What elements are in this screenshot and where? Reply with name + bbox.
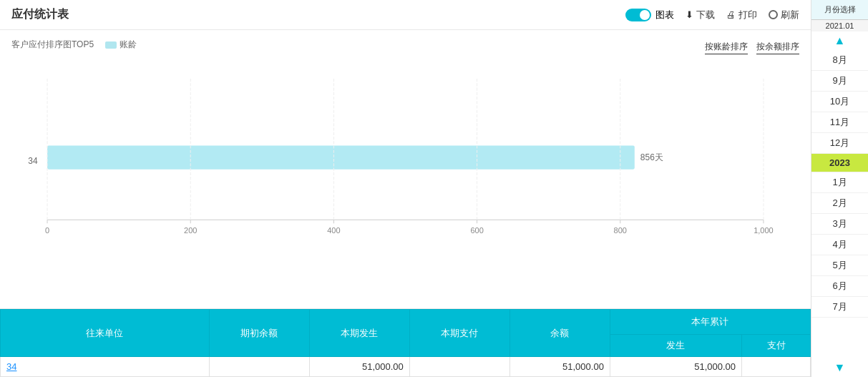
print-icon: 🖨 [726,9,736,20]
sort-by-amount-button[interactable]: 按账龄排序 [705,41,748,54]
sort-by-balance-button[interactable]: 按余额排序 [756,41,799,54]
cell-balance: 51,000.00 [509,357,610,377]
chart-toggle-wrap[interactable]: 图表 [625,9,674,21]
print-button[interactable]: 🖨 打印 [726,9,757,21]
cell-current-occur: 51,000.00 [309,357,409,377]
col-ytd-pay: 支付 [742,335,811,357]
sidebar-month-item[interactable]: 8月 [811,50,868,71]
download-label: 下载 [696,9,715,21]
month-list: 8月9月10月11月12月20231月2月3月4月5月6月7月 [811,50,868,358]
sidebar-month-item[interactable]: 1月 [811,172,868,193]
col-balance: 余额 [509,310,610,357]
page-title: 应付统计表 [11,7,69,22]
legend-color-label: 账龄 [120,39,137,51]
svg-rect-1 [47,145,635,169]
sort-buttons: 按账龄排序 按余额排序 [705,41,799,54]
sidebar-month-item[interactable]: 10月 [811,92,868,112]
cell-ytd-occur: 51,000.00 [610,357,741,377]
sidebar-month-item[interactable]: 3月 [811,214,868,235]
svg-text:856天: 856天 [640,152,663,162]
col-ytd-occur: 发生 [610,335,741,357]
svg-text:200: 200 [184,226,197,235]
sidebar-month-item[interactable]: 12月 [811,133,868,154]
refresh-icon [769,10,778,19]
svg-text:800: 800 [614,226,627,235]
sidebar: 月份选择 2021.01 ▲ 8月9月10月11月12月20231月2月3月4月… [811,0,868,377]
col-opening: 期初余额 [209,310,309,357]
refresh-label: 刷新 [781,9,799,21]
col-current-pay: 本期支付 [409,310,509,357]
sidebar-month-item[interactable]: 9月 [811,71,868,92]
cell-ytd-pay [742,357,811,377]
sidebar-year-item[interactable]: 2023 [811,154,868,172]
col-current-occur: 本期发生 [309,310,409,357]
svg-text:0: 0 [45,226,49,235]
bar-chart-svg: 34 856天 0 200 400 600 800 [11,57,799,257]
col-unit: 往来单位 [1,310,210,357]
svg-text:34: 34 [28,156,38,166]
chart-toggle[interactable] [625,9,651,21]
print-label: 打印 [738,9,757,21]
cell-opening [209,357,309,377]
sidebar-month-item[interactable]: 11月 [811,112,868,133]
sidebar-nav: ▲ 8月9月10月11月12月20231月2月3月4月5月6月7月 ▼ [811,31,868,377]
sidebar-month-item[interactable]: 4月 [811,235,868,255]
chart-legend: 客户应付排序图TOP5 账龄 [11,39,137,51]
sidebar-month-item[interactable]: 2月 [811,193,868,214]
download-icon: ⬇ [686,9,693,20]
svg-text:600: 600 [470,226,483,235]
sidebar-year-label: 2021.01 [811,20,868,31]
sidebar-month-item[interactable]: 7月 [811,297,868,318]
chart-area: 客户应付排序图TOP5 账龄 按账龄排序 按余额排序 34 8 [0,30,811,308]
refresh-button[interactable]: 刷新 [769,9,799,21]
chart-svg-container: 34 856天 0 200 400 600 800 [11,57,799,257]
legend-item: 账龄 [105,39,137,51]
sidebar-month-item[interactable]: 5月 [811,255,868,276]
page-header: 应付统计表 图表 ⬇ 下载 🖨 打印 刷新 [0,0,811,30]
sidebar-header: 月份选择 [811,0,868,20]
nav-down-arrow[interactable]: ▼ [811,358,868,377]
table-header-row: 往来单位 期初余额 本期发生 本期支付 余额 本年累计 [1,310,811,335]
svg-text:1,000: 1,000 [754,226,774,235]
download-button[interactable]: ⬇ 下载 [686,9,715,21]
svg-text:400: 400 [327,226,340,235]
cell-unit[interactable]: 34 [1,357,210,377]
col-ytd: 本年累计 [610,310,810,335]
legend-title: 客户应付排序图TOP5 [11,39,94,51]
table-area: 往来单位 期初余额 本期发生 本期支付 余额 本年累计 发生 支付 34 51,… [0,308,811,377]
cell-current-pay [409,357,509,377]
table-row: 34 51,000.00 51,000.00 51,000.00 [1,357,811,377]
nav-up-arrow[interactable]: ▲ [811,31,868,50]
table-body: 34 51,000.00 51,000.00 51,000.00 [1,357,811,377]
header-actions: 图表 ⬇ 下载 🖨 打印 刷新 [625,9,799,21]
chart-toggle-label: 图表 [655,9,674,21]
data-table: 往来单位 期初余额 本期发生 本期支付 余额 本年累计 发生 支付 34 51,… [0,309,811,377]
legend-color-box [105,41,117,49]
sidebar-month-item[interactable]: 6月 [811,276,868,297]
